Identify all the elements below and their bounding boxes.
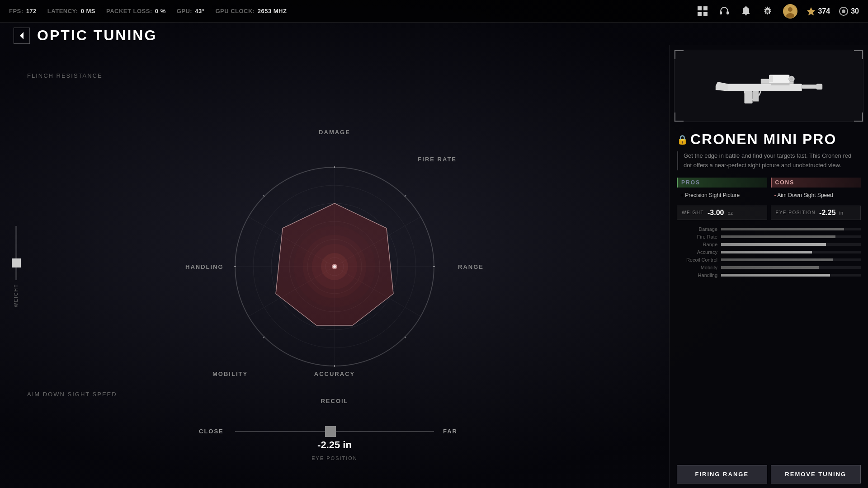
firing-range-button[interactable]: FIRING RANGE	[677, 465, 767, 483]
radar-chart	[222, 154, 448, 380]
packet-loss-label: PACKET LOSS:	[106, 8, 152, 14]
stat-bar-fill-3	[721, 251, 812, 253]
stat-bar-fill-4	[721, 258, 833, 261]
stat-bar-track-3	[721, 251, 861, 253]
settings-icon[interactable]	[761, 5, 774, 18]
main-content: FLINCH RESISTANCE WEIGHT AIM DOWN SIGHT …	[0, 45, 868, 488]
left-panel: FLINCH RESISTANCE WEIGHT AIM DOWN SIGHT …	[0, 45, 669, 488]
currency-display: 374	[807, 7, 830, 16]
weight-value: -3.00	[708, 209, 724, 217]
currency-value: 374	[818, 7, 830, 15]
stat-bar-row-1: Fire Rate	[677, 234, 861, 239]
eye-position-slider-container: CLOSE FAR	[199, 428, 470, 435]
stat-bar-fill-2	[721, 243, 826, 246]
stat-bar-label-1: Fire Rate	[677, 234, 717, 239]
mobility-label: MOBILITY	[212, 371, 248, 377]
svg-point-10	[788, 7, 793, 12]
stat-bar-row-3: Accuracy	[677, 249, 861, 255]
stat-bar-row-4: Recoil Control	[677, 257, 861, 263]
stat-bar-fill-1	[721, 235, 835, 238]
eye-pos-label: EYE POSITION	[776, 210, 816, 215]
gpu-clock-value: 2653 MHZ	[258, 8, 287, 14]
stat-bar-row-2: Range	[677, 242, 861, 247]
weapon-name: CRONEN MINI PRO	[690, 131, 836, 148]
gpu-stat: GPU: 43°	[177, 8, 205, 14]
top-right-icons: 374 30	[696, 4, 859, 19]
weight-label: WEIGHT	[682, 210, 704, 215]
svg-rect-48	[771, 83, 789, 85]
eye-position-value: -2.25 in	[317, 439, 352, 451]
performance-stats: FPS: 172 LATENCY: 0 MS PACKET LOSS: 0 % …	[9, 8, 287, 14]
stat-bar-fill-0	[721, 228, 844, 230]
packet-loss-stat: PACKET LOSS: 0 %	[106, 8, 166, 14]
gpu-clock-label: GPU CLOCK:	[215, 8, 255, 14]
eye-position-label: EYE POSITION	[311, 455, 358, 461]
svg-rect-0	[698, 6, 702, 10]
svg-rect-50	[816, 84, 822, 89]
headset-icon[interactable]	[718, 5, 731, 18]
weight-slider-thumb[interactable]	[12, 258, 21, 267]
svg-rect-51	[744, 91, 752, 103]
stat-bar-label-6: Handling	[677, 272, 717, 278]
eye-position-slider-area: CLOSE FAR -2.25 in EYE POSITION	[23, 428, 646, 461]
latency-stat: LATENCY: 0 MS	[47, 8, 95, 14]
cons-header: CONS	[771, 178, 861, 188]
radar-chart-container: DAMAGE FIRE RATE RANGE ACCURACY RECOIL M…	[176, 120, 493, 413]
eye-position-slider-track[interactable]	[235, 431, 434, 432]
svg-marker-12	[807, 7, 815, 15]
bottom-buttons: FIRING RANGE REMOVE TUNING	[670, 460, 868, 488]
svg-point-33	[333, 265, 336, 268]
stat-bar-track-2	[721, 243, 861, 246]
stat-bar-row-5: Mobility	[677, 265, 861, 270]
gpu-clock-stat: GPU CLOCK: 2653 MHZ	[215, 8, 287, 14]
fps-stat: FPS: 172	[9, 8, 37, 14]
svg-rect-6	[745, 14, 747, 15]
stat-bar-track-1	[721, 235, 861, 238]
weight-unit: oz	[727, 210, 733, 216]
weapon-title-row: 🔒 CRONEN MINI PRO	[677, 131, 861, 148]
bell-icon[interactable]	[740, 5, 752, 18]
tuning-values: WEIGHT -3.00 oz EYE POSITION -2.25 in	[677, 206, 861, 220]
cons-item-0: Aim Down Sight Speed	[771, 191, 861, 199]
eye-position-slider-thumb[interactable]	[325, 426, 336, 437]
svg-line-39	[263, 195, 264, 197]
corner-tr	[854, 50, 863, 59]
svg-line-38	[405, 195, 406, 197]
svg-rect-5	[726, 11, 729, 14]
points-value: 30	[851, 7, 859, 15]
far-label: FAR	[443, 428, 470, 435]
stat-bar-label-2: Range	[677, 242, 717, 247]
back-button[interactable]	[14, 28, 30, 44]
svg-rect-42	[728, 84, 802, 91]
weight-box: WEIGHT -3.00 oz	[677, 206, 767, 220]
remove-tuning-button[interactable]: REMOVE TUNING	[771, 465, 861, 483]
stat-bar-track-6	[721, 274, 861, 277]
svg-rect-4	[720, 11, 722, 14]
stat-bar-track-4	[721, 258, 861, 261]
latency-value: 0 MS	[81, 8, 95, 14]
stat-bar-label-0: Damage	[677, 226, 717, 232]
svg-point-8	[766, 9, 769, 13]
pros-cons-section: PROS Precision Sight Picture CONS Aim Do…	[677, 178, 861, 199]
flinch-resistance-label: FLINCH RESISTANCE	[27, 72, 103, 79]
damage-label: DAMAGE	[319, 129, 350, 136]
svg-line-41	[263, 337, 264, 338]
ads-label: AIM DOWN SIGHT SPEED	[27, 391, 117, 398]
stat-bar-fill-6	[721, 274, 830, 277]
right-panel: 🔒 CRONEN MINI PRO Get the edge in battle…	[669, 45, 868, 488]
stat-bar-label-4: Recoil Control	[677, 257, 717, 263]
eye-pos-value: -2.25	[819, 209, 835, 217]
weight-slider-track[interactable]	[15, 226, 17, 280]
recoil-label: RECOIL	[321, 398, 348, 404]
accuracy-label: ACCURACY	[314, 371, 355, 377]
pros-header: PROS	[677, 178, 767, 188]
grid-icon[interactable]	[696, 5, 709, 18]
svg-marker-15	[20, 32, 24, 39]
weapon-illustration	[710, 63, 828, 108]
top-stats-bar: FPS: 172 LATENCY: 0 MS PACKET LOSS: 0 % …	[0, 0, 868, 23]
packet-loss-value: 0 %	[155, 8, 166, 14]
stat-bar-row-0: Damage	[677, 226, 861, 232]
fire-rate-label: FIRE RATE	[418, 156, 457, 163]
user-avatar[interactable]	[783, 4, 797, 19]
stat-bar-track-5	[721, 266, 861, 269]
